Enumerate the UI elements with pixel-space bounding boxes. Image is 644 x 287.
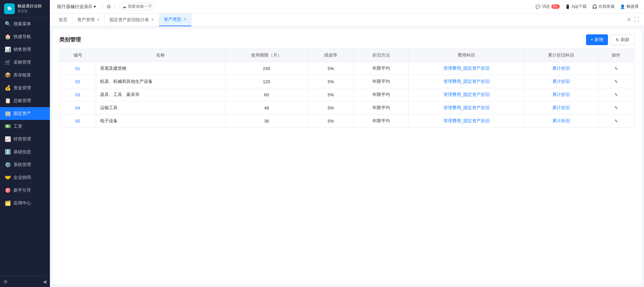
- sidebar-nav-area: 🔍 搜索菜单 🏠 快捷导航 📊 销售管理 🛒 采购管理 📦 库存核算 💰 资金管…: [0, 18, 50, 276]
- new-button[interactable]: + 新增: [586, 34, 608, 45]
- username-label: 畅捷通: [626, 4, 639, 9]
- company-selector[interactable]: 医疗器械行业演示 ▾: [55, 3, 98, 10]
- tab-fixed-depreciation[interactable]: 固定资产折旧统计表✕: [105, 13, 159, 26]
- refresh-button[interactable]: ↻ 刷新: [611, 34, 635, 45]
- app-download-button[interactable]: 📱 App下载: [565, 4, 587, 9]
- nav-label-salary: 工资: [13, 123, 22, 129]
- cell-expense[interactable]: 管理费用_固定资产折旧: [408, 101, 524, 115]
- tab-asset-type[interactable]: 资产类型✕: [159, 13, 191, 26]
- nav-label-basic-info: 基础信息: [13, 149, 31, 155]
- table-row: 04 运输工具 48 5% 年限平均 管理费用_固定资产折旧 累计折旧 ✎: [60, 101, 635, 115]
- chevron-down-icon: ▾: [94, 4, 96, 9]
- sidebar-item-app-center[interactable]: 🗂️ 应用中心: [0, 197, 50, 210]
- cell-expense[interactable]: 管理费用_固定资产折旧: [408, 88, 524, 101]
- edit-icon[interactable]: ✎: [614, 79, 618, 84]
- cell-accum[interactable]: 累计折旧: [524, 88, 598, 101]
- message-badge: 99+: [551, 4, 559, 9]
- col-header: 名称: [96, 49, 225, 62]
- sidebar-item-salary[interactable]: 💵 工资: [0, 120, 50, 133]
- sidebar-item-search[interactable]: 🔍 搜索菜单: [0, 18, 50, 30]
- sidebar-item-basic-info[interactable]: ℹ️ 基础信息: [0, 146, 50, 158]
- tab-close-fixed-depreciation[interactable]: ✕: [151, 18, 154, 22]
- cell-accum[interactable]: 累计折旧: [524, 101, 598, 115]
- sidebar-item-fixed-assets[interactable]: 🏢 固定资产: [0, 107, 50, 120]
- page-title: 类别管理: [59, 36, 81, 43]
- logo-icon: 畅: [4, 3, 15, 14]
- table-header-row: 编号名称使用期限（月）残值率折旧方法费用科目累计折旧科目操作: [60, 49, 635, 62]
- cell-name: 房屋及建筑物: [96, 62, 225, 75]
- sidebar-item-guide[interactable]: 🎯 新手引导: [0, 184, 50, 197]
- nav-label-operations: 经营管理: [13, 136, 31, 142]
- user-area[interactable]: 👤 畅捷通: [620, 4, 639, 9]
- cell-method: 年限平均: [354, 115, 408, 128]
- edit-icon[interactable]: ✎: [614, 92, 618, 97]
- edit-icon[interactable]: ✎: [614, 119, 618, 124]
- col-header: 操作: [598, 49, 634, 62]
- cell-expense[interactable]: 管理费用_固定资产折旧: [408, 62, 524, 75]
- cell-action[interactable]: ✎: [598, 101, 634, 115]
- cell-action[interactable]: ✎: [598, 75, 634, 88]
- cell-action[interactable]: ✎: [598, 88, 634, 101]
- cell-accum[interactable]: 累计折旧: [524, 115, 598, 128]
- table-row: 02 机器、机械和其他生产设备 120 5% 年限平均 管理费用_固定资产折旧 …: [60, 75, 635, 88]
- close-tab-icon[interactable]: ✕: [626, 16, 632, 24]
- content-area: 类别管理 + 新增 ↻ 刷新 编号名称使用期限（月）残值率折旧方法费用科目累计折…: [53, 29, 641, 284]
- table-header: 编号名称使用期限（月）残值率折旧方法费用科目累计折旧科目操作: [60, 49, 635, 62]
- expand-icon[interactable]: ⛶: [633, 16, 640, 24]
- cell-method: 年限平均: [354, 88, 408, 101]
- cell-action[interactable]: ✎: [598, 62, 634, 75]
- messages-button[interactable]: 💬 消息 99+: [535, 4, 559, 9]
- col-header: 残值率: [308, 49, 354, 62]
- sidebar-item-quick-nav[interactable]: 🏠 快捷导航: [0, 30, 50, 43]
- settings-icon[interactable]: ⚙: [106, 4, 111, 10]
- sidebar-item-sales[interactable]: 📊 销售管理: [0, 43, 50, 56]
- cell-code[interactable]: 04: [60, 101, 96, 115]
- cell-accum[interactable]: 累计折旧: [524, 75, 598, 88]
- table-body: 01 房屋及建筑物 240 5% 年限平均 管理费用_固定资产折旧 累计折旧 ✎…: [60, 62, 635, 128]
- nav-label-ledger: 总账管理: [13, 98, 31, 104]
- edit-icon[interactable]: ✎: [614, 66, 618, 71]
- sidebar-item-capital[interactable]: 💰 资金管理: [0, 82, 50, 94]
- cell-salvage: 5%: [308, 101, 354, 115]
- cell-expense[interactable]: 管理费用_固定资产折旧: [408, 115, 524, 128]
- cell-period: 60: [225, 88, 308, 101]
- tab-label-asset-mgmt: 资产管理: [77, 17, 95, 23]
- tab-close-asset-type[interactable]: ✕: [183, 17, 186, 22]
- sidebar-item-inventory[interactable]: 📦 库存核算: [0, 69, 50, 82]
- cell-code[interactable]: 01: [60, 62, 96, 75]
- collapse-icon[interactable]: ◀: [43, 279, 47, 284]
- table-row: 05 电子设备 36 5% 年限平均 管理费用_固定资产折旧 累计折旧 ✎: [60, 115, 635, 128]
- cell-code[interactable]: 03: [60, 88, 96, 101]
- sidebar-nav: 🔍 搜索菜单 🏠 快捷导航 📊 销售管理 🛒 采购管理 📦 库存核算 💰 资金管…: [0, 18, 50, 210]
- main-area: 医疗器械行业演示 ▾ ⚙ ☁ 我要体验一下 💬 消息 99+ 📱 App下载 🎧: [50, 0, 644, 287]
- cell-action[interactable]: ✎: [598, 115, 634, 128]
- nav-icon-quick-nav: 🏠: [5, 34, 11, 40]
- nav-icon-ledger: 📋: [5, 98, 11, 104]
- sidebar-item-ledger[interactable]: 📋 总账管理: [0, 94, 50, 107]
- logo-text: 畅捷通好业财: [18, 4, 42, 9]
- online-service-label: 在线客服: [599, 4, 615, 9]
- cell-salvage: 5%: [308, 88, 354, 101]
- sidebar-item-system[interactable]: ⚙️ 系统管理: [0, 158, 50, 171]
- edit-icon[interactable]: ✎: [614, 105, 618, 110]
- cell-code[interactable]: 05: [60, 115, 96, 128]
- settings-icon[interactable]: ⚙: [3, 279, 8, 284]
- table-container: 编号名称使用期限（月）残值率折旧方法费用科目累计折旧科目操作 01 房屋及建筑物…: [53, 49, 641, 284]
- cell-name: 电子设备: [96, 115, 225, 128]
- online-service-button[interactable]: 🎧 在线客服: [592, 4, 615, 9]
- experience-icon: ☁: [122, 4, 126, 9]
- nav-label-system: 系统管理: [13, 162, 31, 168]
- nav-label-guide: 新手引导: [13, 187, 31, 193]
- cell-code[interactable]: 02: [60, 75, 96, 88]
- sidebar-item-purchase[interactable]: 🛒 采购管理: [0, 56, 50, 69]
- tab-asset-mgmt[interactable]: 资产管理✕: [72, 13, 105, 26]
- user-icon: 👤: [620, 4, 625, 9]
- tab-close-asset-mgmt[interactable]: ✕: [97, 18, 100, 22]
- tab-home[interactable]: 首页: [54, 13, 72, 26]
- sidebar-item-operations[interactable]: 📈 经营管理: [0, 133, 50, 146]
- topbar: 医疗器械行业演示 ▾ ⚙ ☁ 我要体验一下 💬 消息 99+ 📱 App下载 🎧: [50, 0, 644, 13]
- cell-expense[interactable]: 管理费用_固定资产折旧: [408, 75, 524, 88]
- sidebar-item-enterprise[interactable]: 🤝 企业协同: [0, 171, 50, 184]
- experience-button[interactable]: ☁ 我要体验一下: [119, 3, 155, 10]
- cell-accum[interactable]: 累计折旧: [524, 62, 598, 75]
